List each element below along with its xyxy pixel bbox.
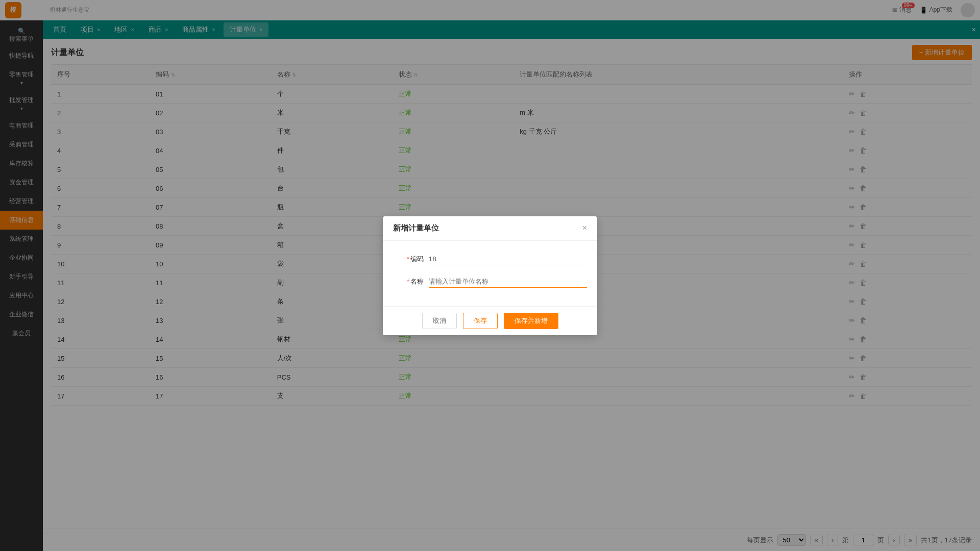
name-form-row: *名称 [393,276,587,288]
code-form-row: *编码 [393,253,587,265]
cancel-button[interactable]: 取消 [422,313,457,329]
required-star2: * [407,278,409,285]
modal-footer: 取消 保存 保存并新增 [383,306,597,335]
add-uom-modal: 新增计量单位 × *编码 *名称 取消 保存 保存并新增 [383,216,597,335]
name-input[interactable] [429,276,587,288]
modal-close-button[interactable]: × [582,223,587,233]
required-star: * [407,255,409,263]
name-label: *名称 [393,277,424,286]
modal-title: 新增计量单位 [393,223,439,233]
save-button[interactable]: 保存 [463,313,498,329]
code-input[interactable] [429,253,587,265]
modal-header: 新增计量单位 × [383,216,597,241]
save-and-new-button[interactable]: 保存并新增 [504,313,558,329]
modal-body: *编码 *名称 [383,241,597,306]
modal-overlay[interactable]: 新增计量单位 × *编码 *名称 取消 保存 保存并新增 [0,0,980,551]
code-label: *编码 [393,255,424,264]
